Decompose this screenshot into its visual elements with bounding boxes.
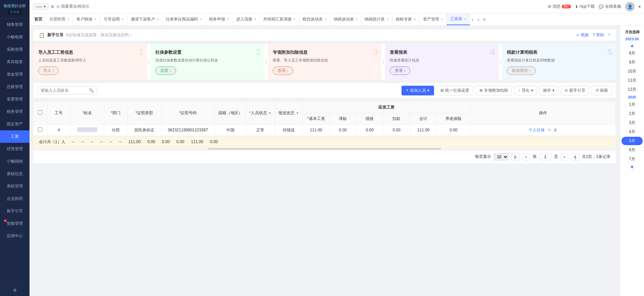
page-prev-btn[interactable]: ‹ [523,153,530,161]
operate-btn[interactable]: 操作 ▾ [539,86,558,95]
tab-close-all-btn[interactable]: × [481,17,488,22]
settings-topbar-icon[interactable]: ⚙ [51,4,54,9]
month-item-3[interactable]: 3月 [622,119,643,127]
tab-close-icon[interactable]: × [356,17,358,21]
tab-close-icon[interactable]: × [200,17,202,21]
step-3-btn[interactable]: 查看 › [273,67,293,75]
sidebar-item-ecommerce[interactable]: 小畅电商 [0,31,30,43]
step-1-btn[interactable]: 导入 › [38,67,59,75]
refresh-btn[interactable]: ↺ 刷新 [592,86,612,95]
tab-next-btn[interactable]: › [475,17,481,22]
month-item-11[interactable]: 11月 [622,76,643,85]
user-menu-btn[interactable]: ▾ [639,4,641,9]
sidebar-item-appstore[interactable]: 应用中心 [0,230,30,242]
per-page-select[interactable]: 10 20 50 [494,153,508,161]
user-avatar[interactable]: 👤 [625,2,635,11]
tab-income-tax[interactable]: 所得税汇算清缴 × [260,13,299,25]
sidebar-item-assets[interactable]: 固定资产 [0,118,30,130]
month-item-8[interactable]: 8月 [622,49,643,57]
tab-salary-table[interactable]: 工资表 × [447,13,470,25]
sidebar-item-finance[interactable]: 资金管理 [0,68,30,81]
online-service-btn[interactable]: 💬 在线客服 [599,4,621,9]
tab-close-icon[interactable]: × [325,17,327,21]
export-btn[interactable]: ↑ 导出 ▾ [515,86,537,95]
demo-hint[interactable]: ⊙ 我要看实例演示 [56,4,89,9]
tab-close-icon[interactable]: × [441,17,443,21]
sidebar-item-salary[interactable]: 工资 [0,130,30,143]
action-delete-icon[interactable]: 🗑 [553,128,557,132]
sidebar-item-guide[interactable]: 新手引导 [0,205,30,217]
tab-close-icon[interactable]: × [67,17,69,21]
sidebar-item-ai[interactable]: 智能管理 [0,217,30,230]
sidebar-item-reimbursement[interactable]: 小畅报销 [0,155,30,168]
tab-pay-wave[interactable]: 纳税波动表 × [330,13,362,25]
settings-icon[interactable]: ⚙ [10,285,20,296]
sidebar-item-ledger[interactable]: 总账管理 [0,81,30,93]
unify-social-btn[interactable]: ⊞ 统一社保设置 [437,86,473,95]
search-icon[interactable]: 🔍 [89,88,94,93]
month-item-1[interactable]: 1月 [622,100,643,109]
tab-invite[interactable]: 邀请下游客户 × [127,13,163,25]
tab-close-icon[interactable]: × [464,17,466,21]
month-item-9[interactable]: 9月 [622,58,643,67]
add-person-btn[interactable]: + 添加人员 ▾ [401,86,434,95]
guide-btn[interactable]: ⊙ 新手引导 [561,86,589,95]
month-item-6[interactable]: 6月 [622,146,643,154]
tab-tax-wave[interactable]: 税负波动表 × [299,13,330,25]
sidebar-item-tax[interactable]: 税务管理 [0,105,30,118]
month-up-btn[interactable]: ▲ [629,42,635,49]
step-5-btn[interactable]: 敬请期待 › [507,67,535,75]
tab-close-icon[interactable]: × [293,17,296,21]
page-input[interactable] [539,154,551,160]
sidebar-item-purchase[interactable]: 采购管理 [0,43,30,56]
sidebar-item-inventory[interactable]: 库存核算 [0,56,30,68]
month-down-btn[interactable]: ▼ [629,164,635,170]
tab-close-icon[interactable]: × [414,17,416,21]
tab-layer[interactable]: 分层经营 × [46,13,73,25]
sidebar-item-cooperation[interactable]: 企业协同 [0,193,30,205]
app-download-btn[interactable]: ⬇ App下载 [575,4,595,9]
tab-close-icon[interactable]: × [122,17,124,21]
tab-tax-expert[interactable]: 税检专家 × [392,13,420,25]
search-input[interactable] [41,88,88,93]
special-deduct-btn[interactable]: ⊕ 专项附加扣除 [476,86,512,95]
step-2-btn[interactable]: 设置 › [155,67,176,75]
sidebar-item-invoice[interactable]: 发票管理 [0,93,30,105]
tab-close-icon[interactable]: × [227,17,229,21]
month-item-4[interactable]: 4月 [622,128,643,136]
company-selector[interactable]: ▪▪▪▪▪ ▾ [33,3,49,10]
step-4-btn[interactable]: 查看 › [390,67,410,75]
select-all-checkbox[interactable] [38,110,42,115]
tab-guidance[interactable]: 引导说明 × [100,13,127,25]
tab-close-icon[interactable]: × [254,17,256,21]
tab-close-icon[interactable]: × [157,17,159,21]
guide-video-btn[interactable]: ⊙ 视频 [576,32,589,38]
sidebar-item-management[interactable]: 经营管理 [0,143,30,155]
month-item-5[interactable]: 5月 [622,137,643,145]
month-item-7[interactable]: 7月 [622,155,643,163]
guide-close-icon[interactable]: × [608,32,610,38]
sidebar-item-basic[interactable]: 基础信息 [0,168,30,180]
month-item-12[interactable]: 12月 [622,85,643,94]
month-item-10[interactable]: 10月 [622,67,643,76]
message-btn[interactable]: ✉ 消息 99+ [548,4,571,9]
tab-tax-declare[interactable]: 税务申报 × [206,13,233,25]
sidebar-item-sales[interactable]: 销售管理 [0,18,30,31]
action-social-link[interactable]: 个人社保 [529,128,545,132]
tab-prev-btn[interactable]: ‹ [470,17,476,22]
month-item-2[interactable]: 2月 [622,110,643,118]
tab-close-icon[interactable]: × [387,17,389,21]
row-checkbox[interactable] [38,127,42,132]
page-first-btn[interactable]: |‹ [511,153,520,161]
action-edit-icon[interactable]: ✎ [548,128,551,132]
page-last-btn[interactable]: ›| [571,153,579,161]
tab-register[interactable]: 进入清册 × [233,13,260,25]
horizontal-scrollbar[interactable] [34,147,616,150]
sidebar-item-system[interactable]: 系统管理 [0,180,30,193]
tab-asset-mgmt[interactable]: 资产管理 × [420,13,447,25]
tab-home[interactable]: 首页 [31,13,46,25]
tab-pay-stat[interactable]: 纳税统计表 × [361,13,392,25]
guide-help-btn[interactable]: ? 帮助 [593,32,604,38]
tab-customer[interactable]: 客户联络 × [73,13,100,25]
page-next-btn[interactable]: › [561,153,568,161]
